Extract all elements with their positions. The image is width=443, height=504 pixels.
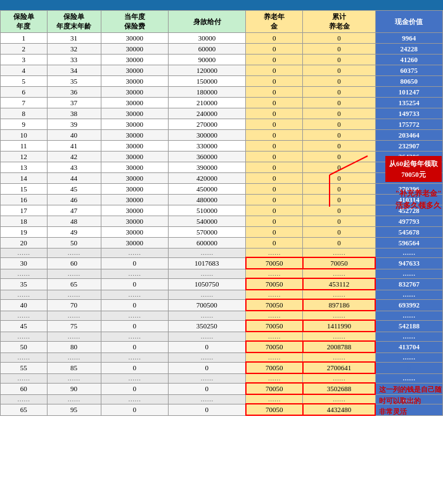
cell-death: 30000	[168, 33, 246, 44]
dots-cell: ……	[168, 352, 246, 362]
cell-year: 60	[1, 383, 48, 394]
cell-death: 0	[168, 362, 246, 373]
cell-cumul: 70050	[303, 257, 375, 269]
cell-premium: 30000	[101, 76, 168, 87]
dots-cell: ……	[168, 373, 246, 383]
cell-death: 90000	[168, 55, 246, 65]
dots-cell: ……	[246, 249, 303, 258]
cell-pension: 0	[246, 33, 303, 44]
cell-cashval: 80650	[375, 76, 442, 87]
cell-cumul: 0	[303, 152, 375, 162]
cell-cumul: 0	[303, 33, 375, 44]
dots-cell: ……	[246, 394, 303, 404]
dots-cell: ……	[101, 290, 168, 299]
table-container: 保险单年度 保险单年度末年龄 当年度保险费 身故给付 养老年金 累计养老金 现金…	[0, 10, 443, 416]
cell-year: 10	[1, 130, 48, 141]
cell-pension: 0	[246, 87, 303, 98]
cell-year: 12	[1, 152, 48, 162]
cell-death: 240000	[168, 108, 246, 119]
cell-cashval: 101247	[375, 87, 442, 98]
cell-pension: 0	[246, 162, 303, 173]
cell-year: 5	[1, 76, 48, 87]
cell-age: 70	[47, 299, 101, 311]
cell-pension: 70050	[246, 278, 303, 290]
cell-cashval: 545678	[375, 227, 442, 238]
dots-cell: ……	[246, 290, 303, 299]
dots-cell: ……	[303, 290, 375, 299]
dots-cell: ……	[101, 249, 168, 258]
cell-year: 9	[1, 119, 48, 130]
cell-cumul: 4432480	[303, 404, 375, 415]
cell-death: 270000	[168, 119, 246, 130]
cell-cashval: 135254	[375, 98, 442, 108]
cell-cumul: 0	[303, 65, 375, 76]
cell-premium: 30000	[101, 227, 168, 238]
cell-cumul: 2700641	[303, 362, 375, 373]
cell-age: 75	[47, 320, 101, 332]
cell-cumul: 0	[303, 173, 375, 184]
cell-death: 210000	[168, 98, 246, 108]
cell-year: 13	[1, 162, 48, 173]
cell-pension: 0	[246, 152, 303, 162]
cell-year: 45	[1, 320, 48, 332]
cell-cumul: 0	[303, 227, 375, 238]
cell-cashval: 596564	[375, 238, 442, 249]
cell-age: 85	[47, 362, 101, 373]
cell-age: 60	[47, 257, 101, 269]
cell-age: 36	[47, 87, 101, 98]
cell-cumul: 0	[303, 184, 375, 195]
dots-cell: ……	[303, 373, 375, 383]
cell-pension: 0	[246, 173, 303, 184]
cell-cumul: 0	[303, 76, 375, 87]
cell-year: 4	[1, 65, 48, 76]
cell-death: 360000	[168, 152, 246, 162]
cell-age: 46	[47, 195, 101, 205]
cell-death: 180000	[168, 87, 246, 98]
cell-pension: 0	[246, 65, 303, 76]
dots-cell: ……	[168, 290, 246, 299]
cell-cumul: 0	[303, 195, 375, 205]
cell-death: 300000	[168, 130, 246, 141]
cell-year: 35	[1, 278, 48, 290]
dots-cell: ……	[375, 269, 442, 278]
annotation-top-right: 从60起每年领取70050元	[385, 156, 442, 182]
dots-cell: ……	[303, 269, 375, 278]
cell-premium: 0	[101, 320, 168, 332]
dots-cell: ……	[47, 249, 101, 258]
dots-cell: ……	[1, 352, 48, 362]
cell-premium: 0	[101, 257, 168, 269]
dots-cell: ……	[47, 394, 101, 404]
cell-cashval: 203464	[375, 130, 442, 141]
cell-age: 47	[47, 205, 101, 216]
cell-cashval: 0	[375, 362, 442, 373]
dots-cell: ……	[101, 373, 168, 383]
cell-pension: 0	[246, 238, 303, 249]
cell-age: 90	[47, 383, 101, 394]
header-cumul: 累计养老金	[303, 11, 375, 33]
cell-cumul: 897186	[303, 299, 375, 311]
cell-age: 41	[47, 141, 101, 152]
cell-premium: 0	[101, 299, 168, 311]
annotation-bottom-right: 这一列的钱是自己随时可以取出的非常灵活	[379, 384, 442, 417]
cell-age: 65	[47, 278, 101, 290]
header-year: 保险单年度	[1, 11, 48, 33]
cell-age: 40	[47, 130, 101, 141]
cell-death: 420000	[168, 173, 246, 184]
cell-cumul: 453112	[303, 278, 375, 290]
cell-cashval: 413704	[375, 341, 442, 352]
dots-cell: ……	[47, 352, 101, 362]
header-pension: 养老年金	[246, 11, 303, 33]
cell-year: 40	[1, 299, 48, 311]
cell-cashval: 9964	[375, 33, 442, 44]
cell-cashval: 60375	[375, 65, 442, 76]
cell-pension: 70050	[246, 362, 303, 373]
cell-pension: 0	[246, 55, 303, 65]
cell-premium: 30000	[101, 55, 168, 65]
cell-premium: 30000	[101, 141, 168, 152]
cell-pension: 70050	[246, 383, 303, 394]
cell-death: 450000	[168, 184, 246, 195]
cell-year: 11	[1, 141, 48, 152]
dots-cell: ……	[101, 332, 168, 341]
cell-cashval: 232907	[375, 141, 442, 152]
cell-year: 8	[1, 108, 48, 119]
